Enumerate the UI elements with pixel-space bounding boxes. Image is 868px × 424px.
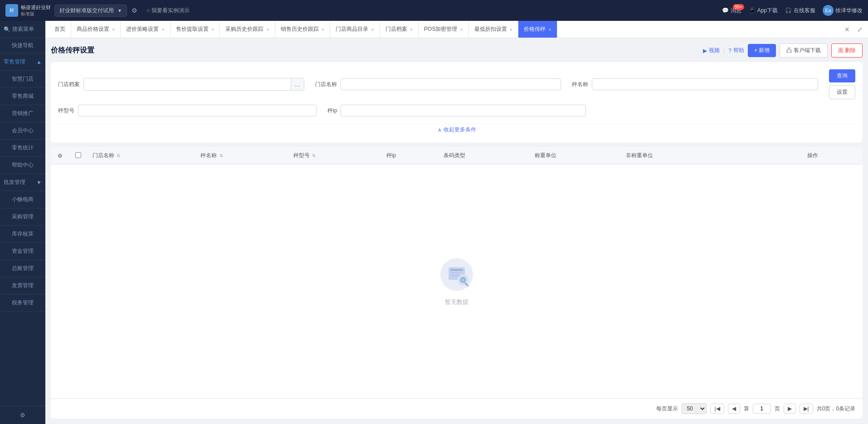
message-button[interactable]: 💬 消息 99+ — [722, 7, 741, 14]
last-page-button[interactable]: ▶| — [800, 404, 813, 414]
selector-gear-button[interactable]: ⚙ — [130, 5, 139, 16]
sort-icon[interactable]: ⇅ — [219, 153, 223, 158]
store-archive-input[interactable] — [84, 78, 291, 90]
tab-purchase-history[interactable]: 采购历史价跟踪 × — [220, 21, 275, 38]
sort-icon[interactable]: ⇅ — [312, 153, 316, 158]
sidebar-item-general-ledger[interactable]: 总账管理 — [0, 260, 45, 277]
scale-ip-input[interactable] — [341, 105, 586, 116]
tab-commodity-price[interactable]: 商品价格设置 × — [71, 21, 121, 38]
tab-sales-history[interactable]: 销售历史价跟踪 × — [275, 21, 330, 38]
sidebar-item-ecommerce[interactable]: 小畅电商 — [0, 191, 45, 208]
pagination: 每页显示 50 100 200 |◀ ◀ 算 页 ▶ ▶| 共0页，0条记录 — [51, 398, 863, 419]
tab-store-archive[interactable]: 门店档案 × — [380, 21, 419, 38]
close-icon[interactable]: × — [161, 27, 164, 32]
collapse-button[interactable]: ∧ 收起更多条件 — [438, 126, 476, 134]
table-gear-icon[interactable]: ⚙ — [58, 153, 63, 159]
store-archive-dots-button[interactable]: ... — [291, 78, 304, 90]
close-icon[interactable]: × — [460, 27, 463, 32]
delete-button[interactable]: 面 删除 — [831, 43, 863, 58]
online-service-button[interactable]: 🎧 在线客服 — [785, 7, 815, 14]
select-all-checkbox[interactable] — [75, 152, 81, 158]
sidebar-item-marketing[interactable]: 营销推广 — [0, 105, 45, 122]
store-name-field: 门店名称 — [315, 78, 561, 90]
add-button[interactable]: + 新增 — [748, 44, 776, 57]
close-icon[interactable]: × — [322, 27, 324, 32]
page-content: 价格传秤设置 ▶ 视频 | ? 帮助 + 新增 凸 客户端下载 — [45, 38, 868, 424]
sort-icon[interactable]: ⇅ — [117, 153, 120, 158]
set-button[interactable]: 设置 — [829, 85, 855, 99]
video-link[interactable]: ▶ 视频 — [703, 47, 720, 54]
tab-bar-controls: ✕ ⤢ — [843, 25, 864, 34]
store-archive-label: 门店档案 — [58, 81, 80, 88]
sidebar: 🔍 搜索菜单 快捷导航 零售管理 ▲ 智慧门店 零售商城 营销推广 会员中心 零… — [0, 21, 45, 424]
close-icon[interactable]: × — [548, 27, 551, 32]
store-name-input[interactable] — [341, 78, 561, 90]
scale-model-label: 秤型号 — [58, 107, 74, 115]
demo-button[interactable]: ○ 我要看实例演示 — [146, 7, 190, 14]
download-button[interactable]: 凸 客户端下载 — [780, 43, 827, 58]
scale-model-field: 秤型号 — [58, 105, 317, 116]
top-right-area: 💬 消息 99+ 📱 App下载 🎧 在线客服 Ea 徐泽华修改 — [722, 5, 863, 16]
query-button[interactable]: 查询 — [829, 69, 855, 82]
sidebar-item-member[interactable]: 会员中心 — [0, 122, 45, 140]
sidebar-item-retail[interactable]: 零售管理 ▲ — [0, 53, 45, 71]
table-header-row: ⚙ 门店名称 ⇅ 秤名称 — [51, 147, 863, 164]
sidebar-item-smart-store[interactable]: 智慧门店 — [0, 71, 45, 88]
sidebar-item-inventory[interactable]: 库存核算 — [0, 226, 45, 243]
th-scale-ip: 秤ip — [381, 147, 439, 164]
scale-name-input[interactable] — [592, 78, 818, 90]
close-tab-button[interactable]: ✕ — [843, 25, 852, 34]
user-menu-button[interactable]: Ea 徐泽华修改 — [823, 5, 863, 16]
tab-home[interactable]: 首页 — [49, 21, 71, 38]
sidebar-item-wholesale[interactable]: 批发管理 ▼ — [0, 174, 45, 191]
expand-tab-button[interactable]: ⤢ — [855, 25, 864, 34]
tab-price-scale[interactable]: 价格传秤 × — [518, 21, 557, 38]
store-archive-field: 门店档案 ... — [58, 78, 304, 91]
first-page-button[interactable]: |◀ — [710, 404, 724, 414]
sidebar-search[interactable]: 🔍 搜索菜单 — [0, 21, 45, 38]
close-icon[interactable]: × — [510, 27, 512, 32]
prev-page-button[interactable]: ◀ — [728, 404, 740, 414]
close-icon[interactable]: × — [211, 27, 214, 32]
empty-text: 暂无数据 — [445, 298, 468, 306]
app-download-icon: 📱 — [749, 7, 756, 14]
main-layout: 🔍 搜索菜单 快捷导航 零售管理 ▲ 智慧门店 零售商城 营销推广 会员中心 零… — [0, 21, 868, 424]
help-link[interactable]: ? 帮助 — [728, 47, 744, 54]
app-download-button[interactable]: 📱 App下载 — [749, 7, 778, 14]
tab-purchase-strategy[interactable]: 进价策略设置 × — [121, 21, 170, 38]
form-buttons: 查询 设置 — [829, 69, 855, 99]
table-container: ⚙ 门店名称 ⇅ 秤名称 — [51, 147, 863, 419]
close-icon[interactable]: × — [410, 27, 413, 32]
sidebar-item-finance[interactable]: 资金管理 — [0, 243, 45, 260]
sidebar-settings-button[interactable]: ⚙ — [0, 406, 45, 424]
sidebar-item-help[interactable]: 帮助中心 — [0, 157, 45, 174]
tab-bar: 首页 商品价格设置 × 进价策略设置 × 售价提取设置 × 采购历史价跟踪 × … — [45, 21, 868, 38]
scale-name-label: 秤名称 — [572, 81, 588, 88]
form-row-2: 秤型号 秤ip — [58, 105, 855, 116]
search-form: 门店档案 ... 门店名称 秤名称 — [51, 62, 863, 143]
tab-min-discount[interactable]: 最低折扣设置 × — [469, 21, 518, 38]
close-icon[interactable]: × — [112, 27, 115, 32]
tab-store-catalog[interactable]: 门店商品目录 × — [330, 21, 380, 38]
content-area: 首页 商品价格设置 × 进价策略设置 × 售价提取设置 × 采购历史价跟踪 × … — [45, 21, 868, 424]
close-icon[interactable]: × — [371, 27, 374, 32]
sidebar-item-retail-stats[interactable]: 零售统计 — [0, 140, 45, 157]
svg-rect-3 — [450, 272, 459, 274]
version-selector[interactable]: 好业财标准版交付试用 ▼ — [54, 5, 127, 17]
gear-icon: ⚙ — [20, 412, 25, 419]
page-size-select[interactable]: 50 100 200 — [682, 403, 707, 414]
scale-model-input[interactable] — [78, 105, 317, 116]
tab-pos-management[interactable]: POS加密管理 × — [419, 21, 469, 38]
sidebar-item-tax[interactable]: 税务管理 — [0, 294, 45, 312]
close-icon[interactable]: × — [266, 27, 269, 32]
sidebar-item-invoice[interactable]: 发票管理 — [0, 277, 45, 294]
next-page-button[interactable]: ▶ — [784, 404, 796, 414]
th-non-weight-unit: 非称重单位 — [620, 147, 802, 164]
sidebar-item-purchase[interactable]: 采购管理 — [0, 208, 45, 226]
sidebar-item-online-retail[interactable]: 零售商城 — [0, 88, 45, 105]
demo-icon: ○ — [146, 7, 150, 14]
tab-sale-price[interactable]: 售价提取设置 × — [171, 21, 220, 38]
sidebar-quick-nav[interactable]: 快捷导航 — [0, 38, 45, 53]
svg-rect-2 — [450, 269, 463, 271]
page-number-input[interactable] — [753, 404, 771, 414]
